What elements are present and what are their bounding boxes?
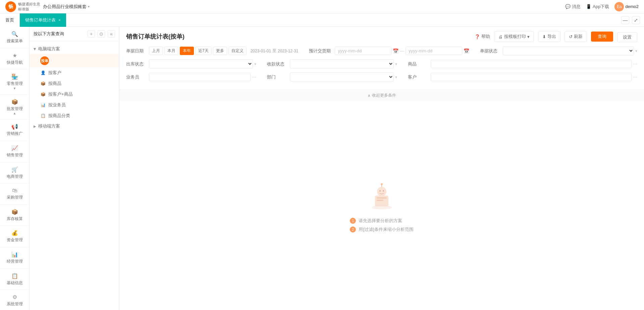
export-button[interactable]: ⬇ 导出 <box>538 31 560 42</box>
calendar-to-icon[interactable]: 📅 <box>464 48 469 54</box>
empty-tips: 1 请先选择要分析的方案 2 用[过滤]条件来缩小分析范围 <box>350 218 413 232</box>
sidebar-item-purchase[interactable]: 🛍 采购管理 <box>0 184 29 205</box>
app-selector[interactable]: 办公用品行业模拟账套 ▾ <box>43 4 90 10</box>
expected-date-from-input[interactable] <box>335 47 391 55</box>
mobile-section-header[interactable]: ▶ 移动端方案 <box>30 121 119 131</box>
edit-scheme-button[interactable]: ⊙ <box>98 30 105 38</box>
sidebar-item-search[interactable]: 🔍 搜索菜单 <box>0 27 29 48</box>
app-download-button[interactable]: 📱 App下载 <box>586 4 609 10</box>
pay-status-select[interactable] <box>290 59 394 68</box>
goods-input[interactable] <box>431 60 632 68</box>
scheme-item-by-customer[interactable]: 👤 按客户 <box>30 67 119 78</box>
scheme-item-by-staff[interactable]: 📊 按业务员 <box>30 100 119 110</box>
operations-icon: 📊 <box>11 251 18 258</box>
pay-status-label: 收款状态 <box>267 61 286 67</box>
marketing-icon: 📢 <box>11 123 18 130</box>
scheme-tree: ▶ 电脑端方案 按单 👤 按客户 📦 按商品 <box>30 41 119 310</box>
minimize-button[interactable]: — <box>621 16 629 24</box>
date-btn-this-year[interactable]: 本年 <box>180 47 194 55</box>
filter-row-1: 单据日期 上月 本月 本年 近7天 更多 自定义 2023-01-01 至 20… <box>126 46 637 55</box>
date-btn-this-month[interactable]: 本月 <box>164 47 178 55</box>
sidebar-item-system[interactable]: ⚙ 系统管理 <box>0 290 29 310</box>
scheme-item-by-order[interactable]: 按单 <box>30 54 119 67</box>
message-icon: 💬 <box>565 4 571 9</box>
tip-number-1: 1 <box>350 218 356 224</box>
staff-more-icon[interactable]: ··· <box>252 74 256 80</box>
collapse-panel-button[interactable]: « <box>108 30 115 38</box>
status-select[interactable] <box>503 46 634 55</box>
tab-sales-order-stats[interactable]: 销售订单统计表 × <box>20 13 66 27</box>
page-header: 销售订单统计表(按单) ❓ 帮助 🖨 按模板打印 ▾ ⬇ 导出 <box>119 27 644 42</box>
print-icon: 🖨 <box>498 34 503 39</box>
sidebar-item-operations[interactable]: 📊 经营管理 <box>0 247 29 269</box>
mobile-scheme-section: ▶ 移动端方案 <box>30 121 119 131</box>
sidebar-item-finance[interactable]: 💰 资金管理 <box>0 226 29 247</box>
refresh-button[interactable]: ↺ 刷新 <box>565 31 587 42</box>
date-label: 单据日期 <box>126 48 145 54</box>
customer-input[interactable] <box>431 73 632 81</box>
help-icon: ❓ <box>475 34 480 39</box>
svg-point-8 <box>381 183 383 185</box>
collapse-filters-button[interactable]: ∧ 收起更多条件 <box>119 90 644 101</box>
chevron-down-icon: ▾ <box>88 5 90 8</box>
filter-area: 单据日期 上月 本月 本年 近7天 更多 自定义 2023-01-01 至 20… <box>119 42 644 90</box>
sidebar-item-inventory[interactable]: 📦 库存核算 <box>0 205 29 226</box>
date-btn-custom[interactable]: 自定义 <box>228 47 247 55</box>
tab-close-icon[interactable]: × <box>58 18 61 22</box>
topbar-right: 💬 消息 📱 App下载 Ea demo2 <box>565 2 639 11</box>
desktop-section-header[interactable]: ▶ 电脑端方案 <box>30 44 119 54</box>
filter-row-3: 业务员 ··· 部门 ▾ 客户 ··· <box>126 72 637 82</box>
customer-icon: 👤 <box>40 70 46 75</box>
maximize-button[interactable]: ⤢ <box>632 16 640 24</box>
pay-status-dropdown-icon: ▾ <box>395 62 397 66</box>
export-icon: ⬇ <box>542 34 546 39</box>
scheme-item-by-goods[interactable]: 📦 按商品 <box>30 78 119 89</box>
message-button[interactable]: 💬 消息 <box>565 4 581 10</box>
expected-date-to-input[interactable] <box>406 47 462 55</box>
calendar-from-icon[interactable]: 📅 <box>393 48 398 54</box>
download-icon: 📱 <box>586 4 591 9</box>
sidebar-item-wholesale[interactable]: 📦 批发管理 ▲ <box>0 95 29 120</box>
date-btn-7days[interactable]: 近7天 <box>195 47 212 55</box>
left-panel-header: 按以下方案查询 + ⊙ « <box>30 27 119 41</box>
customer-more-icon[interactable]: ··· <box>633 74 637 80</box>
collapse-icon: ∧ <box>368 93 371 98</box>
staff-group: ··· <box>149 73 256 81</box>
tab-home[interactable]: 首页 <box>0 13 20 27</box>
empty-tip-2: 2 用[过滤]条件来缩小分析范围 <box>350 226 413 232</box>
sidebar-item-sales[interactable]: 📈 销售管理 <box>0 141 29 162</box>
sidebar-item-retail[interactable]: 🏪 零售管理 ▼ <box>0 69 29 95</box>
print-dropdown-icon: ▾ <box>527 34 530 39</box>
sidebar-item-quicknav[interactable]: ★ 快捷导航 <box>0 48 29 70</box>
user-profile[interactable]: Ea demo2 <box>614 2 639 11</box>
scheme-item-by-category[interactable]: 📋 按商品分类 <box>30 110 119 121</box>
help-button[interactable]: ❓ 帮助 <box>475 34 490 40</box>
scheme-item-by-customer-goods[interactable]: 📦 按客户+商品 <box>30 89 119 100</box>
nav-tabs: 首页 销售订单统计表 × — ⤢ <box>0 13 644 27</box>
out-status-select[interactable] <box>149 59 253 68</box>
dept-group: ▾ <box>290 72 397 82</box>
quicknav-icon: ★ <box>12 52 17 59</box>
logo-area: 畅 畅捷通好生意 标准版 <box>5 1 40 12</box>
dept-select[interactable] <box>290 72 394 82</box>
date-btn-more[interactable]: 更多 <box>213 47 227 55</box>
tip-number-2: 2 <box>350 226 356 232</box>
staff-input[interactable] <box>149 73 251 81</box>
empty-tip-1: 1 请先选择要分析的方案 <box>350 218 413 224</box>
settings-button[interactable]: 设置 <box>617 32 637 42</box>
goods-more-icon[interactable]: ··· <box>633 61 637 67</box>
desktop-scheme-section: ▶ 电脑端方案 按单 👤 按客户 📦 按商品 <box>30 44 119 121</box>
status-label: 单据状态 <box>480 48 499 54</box>
svg-rect-3 <box>377 200 383 201</box>
date-btn-last-month[interactable]: 上月 <box>149 47 163 55</box>
avatar: Ea <box>614 2 624 11</box>
print-button[interactable]: 🖨 按模板打印 ▾ <box>494 31 534 42</box>
wholesale-icon: 📦 <box>11 99 18 105</box>
sidebar-item-ecommerce[interactable]: 🛒 电商管理 <box>0 162 29 184</box>
sidebar-item-marketing[interactable]: 📢 营销推广 <box>0 119 29 141</box>
query-button[interactable]: 查询 <box>591 32 613 42</box>
sidebar-item-basic-info[interactable]: 📋 基础信息 <box>0 269 29 290</box>
page-title: 销售订单统计表(按单) <box>126 33 184 41</box>
add-scheme-button[interactable]: + <box>88 30 95 38</box>
dept-label: 部门 <box>267 74 286 80</box>
